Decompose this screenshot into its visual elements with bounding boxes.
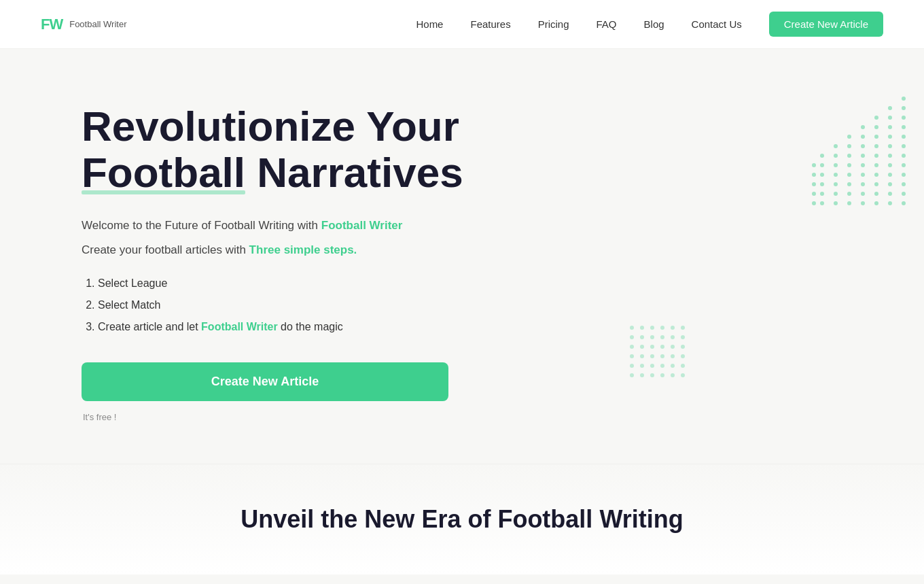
svg-point-36: [812, 173, 816, 177]
svg-point-30: [834, 163, 838, 167]
create-article-cta-button[interactable]: Create New Article: [82, 362, 448, 401]
svg-point-8: [888, 125, 892, 129]
svg-point-88: [650, 354, 654, 358]
nav-item-pricing[interactable]: Pricing: [538, 18, 569, 31]
free-label: It's free !: [83, 412, 116, 422]
navbar: FW Football Writer Home Features Pricing…: [0, 0, 924, 49]
svg-point-52: [812, 192, 816, 196]
svg-point-4: [888, 116, 892, 120]
hero-brand-link: Football Writer: [321, 219, 403, 232]
svg-point-1: [888, 106, 892, 110]
svg-point-3: [874, 116, 878, 120]
svg-point-55: [847, 192, 851, 196]
nav-link-faq[interactable]: FAQ: [597, 18, 617, 30]
headline-line1: Revolutionize Your: [82, 103, 459, 150]
svg-point-51: [902, 182, 906, 186]
svg-point-2: [902, 106, 906, 110]
svg-point-20: [902, 144, 906, 148]
svg-point-69: [640, 326, 644, 330]
svg-point-46: [834, 182, 838, 186]
svg-point-48: [861, 182, 865, 186]
svg-point-42: [888, 173, 892, 177]
svg-point-25: [874, 154, 878, 158]
svg-point-33: [874, 163, 878, 167]
svg-point-37: [820, 173, 824, 177]
logo-fw-letters: FW: [41, 16, 63, 33]
svg-point-39: [847, 173, 851, 177]
svg-point-24: [861, 154, 865, 158]
svg-point-56: [861, 192, 865, 196]
svg-point-70: [650, 326, 654, 330]
svg-point-76: [650, 335, 654, 339]
svg-point-85: [681, 345, 685, 349]
hero-step-2-text: Select Match: [98, 299, 160, 311]
nav-link-pricing[interactable]: Pricing: [538, 18, 569, 30]
nav-link-blog[interactable]: Blog: [644, 18, 664, 30]
svg-point-43: [902, 173, 906, 177]
svg-point-9: [902, 125, 906, 129]
svg-point-68: [630, 326, 634, 330]
svg-point-10: [847, 135, 851, 139]
svg-point-23: [847, 154, 851, 158]
svg-point-78: [671, 335, 675, 339]
svg-point-77: [660, 335, 664, 339]
svg-point-11: [861, 135, 865, 139]
nav-item-blog[interactable]: Blog: [644, 18, 664, 31]
nav-cta-button[interactable]: Create New Article: [769, 12, 883, 37]
svg-point-87: [640, 354, 644, 358]
svg-point-28: [812, 163, 816, 167]
logo-fw-text: FW: [41, 16, 63, 33]
headline-highlight: Football: [82, 150, 245, 196]
logo: FW Football Writer: [41, 16, 127, 33]
svg-point-44: [812, 182, 816, 186]
nav-link-contact[interactable]: Contact Us: [692, 18, 742, 30]
svg-point-47: [847, 182, 851, 186]
svg-point-102: [671, 373, 675, 377]
svg-point-27: [902, 154, 906, 158]
svg-point-40: [861, 173, 865, 177]
svg-point-72: [671, 326, 675, 330]
svg-point-57: [874, 192, 878, 196]
svg-point-83: [660, 345, 664, 349]
svg-point-26: [888, 154, 892, 158]
svg-point-66: [888, 201, 892, 205]
svg-point-79: [681, 335, 685, 339]
hero-step-3-suffix: do the magic: [278, 321, 343, 332]
svg-point-19: [888, 144, 892, 148]
nav-item-features[interactable]: Features: [470, 18, 510, 31]
svg-point-0: [902, 97, 906, 101]
svg-point-75: [640, 335, 644, 339]
svg-point-94: [650, 364, 654, 368]
svg-point-96: [671, 364, 675, 368]
svg-point-6: [861, 125, 865, 129]
svg-point-98: [630, 373, 634, 377]
headline-football: Football: [82, 149, 245, 196]
nav-link-features[interactable]: Features: [470, 18, 510, 30]
nav-item-faq[interactable]: FAQ: [597, 18, 617, 31]
svg-point-18: [874, 144, 878, 148]
svg-point-5: [902, 116, 906, 120]
logo-brand-name: Football Writer: [69, 19, 126, 29]
svg-point-103: [681, 373, 685, 377]
svg-point-31: [847, 163, 851, 167]
svg-point-29: [820, 163, 824, 167]
svg-point-81: [640, 345, 644, 349]
hero-step-3-brand: Football Writer: [201, 321, 278, 332]
svg-point-22: [834, 154, 838, 158]
svg-point-53: [820, 192, 824, 196]
svg-point-58: [888, 192, 892, 196]
svg-point-67: [902, 201, 906, 205]
nav-item-contact[interactable]: Contact Us: [692, 18, 742, 31]
svg-point-86: [630, 354, 634, 358]
nav-cta-item[interactable]: Create New Article: [769, 18, 883, 31]
svg-point-45: [820, 182, 824, 186]
nav-item-home[interactable]: Home: [416, 18, 443, 31]
nav-link-home[interactable]: Home: [416, 18, 443, 30]
svg-point-92: [630, 364, 634, 368]
svg-point-34: [888, 163, 892, 167]
hero-steps-list: Select League Select Match Create articl…: [98, 275, 883, 335]
svg-point-90: [671, 354, 675, 358]
svg-point-74: [630, 335, 634, 339]
svg-point-84: [671, 345, 675, 349]
hero-headline: Revolutionize Your Football Narratives: [82, 103, 523, 196]
